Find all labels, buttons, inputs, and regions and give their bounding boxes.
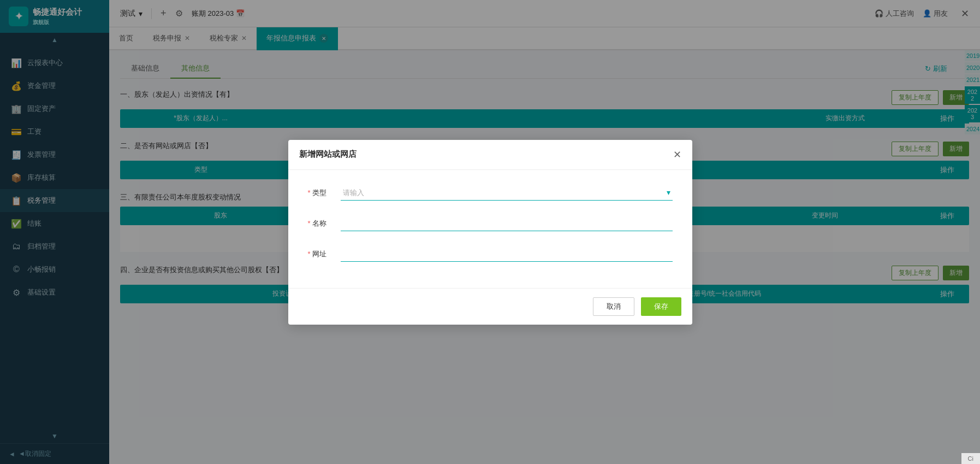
- dialog-close-button[interactable]: ✕: [673, 149, 681, 161]
- add-website-dialog: 新增网站或网店 ✕ * 类型 ▾ * 名称: [288, 140, 692, 325]
- form-row-type: * 类型 ▾: [308, 185, 673, 201]
- dialog-footer: 取消 保存: [288, 288, 692, 325]
- url-input-wrap: [341, 246, 673, 262]
- url-required: *: [308, 250, 311, 258]
- save-button[interactable]: 保存: [641, 297, 681, 316]
- cancel-button[interactable]: 取消: [593, 297, 634, 316]
- type-input-wrap: ▾: [341, 185, 673, 201]
- type-input[interactable]: [341, 185, 664, 200]
- bottom-hint: Ci: [961, 453, 980, 464]
- type-dropdown-icon[interactable]: ▾: [664, 188, 673, 197]
- form-row-url: * 网址: [308, 246, 673, 262]
- dialog-body: * 类型 ▾ * 名称 *: [288, 170, 692, 288]
- type-required: *: [308, 189, 311, 197]
- type-label: * 类型: [308, 188, 341, 198]
- dialog-title: 新增网站或网店: [299, 149, 357, 160]
- name-label: * 名称: [308, 219, 341, 228]
- name-required: *: [308, 219, 311, 227]
- url-label: * 网址: [308, 249, 341, 259]
- form-row-name: * 名称: [308, 216, 673, 231]
- url-input[interactable]: [341, 246, 673, 261]
- dialog-header: 新增网站或网店 ✕: [288, 140, 692, 170]
- name-input-wrap: [341, 216, 673, 231]
- name-input[interactable]: [341, 216, 673, 231]
- modal-overlay: 新增网站或网店 ✕ * 类型 ▾ * 名称: [0, 0, 980, 464]
